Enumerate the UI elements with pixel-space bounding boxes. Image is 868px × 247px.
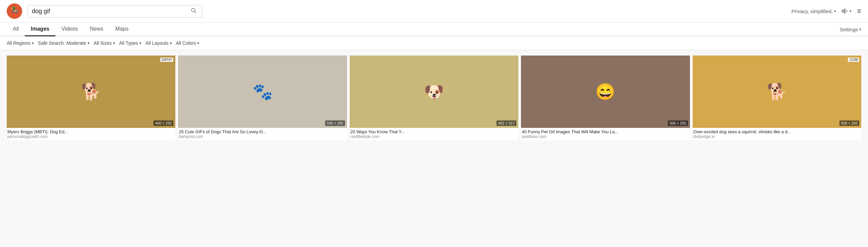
image-emoji: 🐶 <box>350 56 518 128</box>
filter-safe-search-label: Safe Search: Moderate <box>38 40 86 46</box>
svg-line-1 <box>194 11 196 13</box>
image-title: 40 Funny Pet Gif Images That Will Make Y… <box>521 129 690 134</box>
filter-colors-label: All Colors <box>176 40 196 46</box>
filter-sizes-chevron-icon: ▾ <box>113 41 115 46</box>
source-badge: .COM <box>848 58 859 62</box>
image-card-img4[interactable]: 😄 500 × 255 40 Funny Pet Gif Images That… <box>521 56 690 140</box>
hamburger-icon: ≡ <box>857 7 861 15</box>
image-domain: dailyedge.ie <box>693 134 861 139</box>
image-card-img2[interactable]: 🐾 500 × 280 25 Cute GIFs of Dogs That Ar… <box>178 56 347 140</box>
image-title: 25 Cute GIFs of Dogs That Are So Lovey-D… <box>178 129 347 134</box>
filter-regions-chevron-icon: ▾ <box>32 41 34 46</box>
image-thumb: 🐕 GIPHY 400 × 292 <box>7 56 175 128</box>
tab-all[interactable]: All <box>7 23 25 36</box>
tab-images[interactable]: Images <box>25 23 55 36</box>
image-domain: personalitygrowth.com <box>7 134 175 139</box>
image-card-img5[interactable]: 🐕 .COM 500 × 250 Over-excited dog sees a… <box>693 56 861 140</box>
tab-maps[interactable]: Maps <box>110 23 135 36</box>
tab-news[interactable]: News <box>84 23 110 36</box>
filter-safe-search[interactable]: Safe Search: Moderate ▾ <box>38 39 90 47</box>
tab-videos[interactable]: Videos <box>55 23 84 36</box>
image-dimensions: 500 × 250 <box>839 120 859 126</box>
image-grid: 🐕 GIPHY 400 × 292 Myers Briggs (MBTI): D… <box>0 50 868 143</box>
svg-marker-2 <box>842 9 845 13</box>
privacy-label: Privacy, simplified. <box>792 8 833 14</box>
image-thumb: 🐾 500 × 280 <box>178 56 347 128</box>
filter-types[interactable]: All Types ▾ <box>119 39 142 47</box>
filter-layouts-chevron-icon: ▾ <box>170 41 172 46</box>
image-title: Over-excited dog sees a squirrel, shriek… <box>693 129 861 134</box>
filter-sizes-label: All Sizes <box>94 40 112 46</box>
filter-layouts[interactable]: All Layouts ▾ <box>146 39 172 47</box>
image-card-img1[interactable]: 🐕 GIPHY 400 × 292 Myers Briggs (MBTI): D… <box>7 56 175 140</box>
image-title: 20 Ways You Know That Y... <box>350 129 518 134</box>
settings-label: Settings <box>840 27 858 32</box>
settings-button[interactable]: Settings ▾ <box>840 23 861 36</box>
filter-colors-chevron-icon: ▾ <box>197 41 199 46</box>
image-emoji: 🐕 <box>7 56 175 128</box>
menu-button[interactable]: ≡ <box>857 7 861 16</box>
settings-chevron-icon: ▾ <box>859 27 861 32</box>
flame-button[interactable]: ▾ <box>841 8 851 14</box>
image-dimensions: 400 × 292 <box>154 120 173 126</box>
nav-tabs: All Images Videos News Maps Settings ▾ <box>0 23 868 36</box>
flame-chevron-icon: ▾ <box>849 9 851 13</box>
image-emoji: 😄 <box>521 56 690 128</box>
duck-logo-icon: 🦆 <box>10 7 19 16</box>
speaker-icon <box>841 8 849 14</box>
filter-sizes[interactable]: All Sizes ▾ <box>94 39 115 47</box>
filter-colors[interactable]: All Colors ▾ <box>176 39 199 47</box>
filter-types-chevron-icon: ▾ <box>140 41 142 46</box>
nav-right: Settings ▾ <box>840 23 861 36</box>
image-thumb: 🐕 .COM 500 × 250 <box>693 56 861 128</box>
image-dimensions: 500 × 280 <box>325 120 345 126</box>
header-right: Privacy, simplified. ▾ ▾ ≡ <box>792 7 861 16</box>
filter-regions[interactable]: All Regions ▾ <box>7 39 34 47</box>
image-domain: rantlifestyle.com <box>350 134 518 139</box>
image-card-img3[interactable]: 🐶 402 × 317 20 Ways You Know That Y... r… <box>350 56 518 140</box>
svg-point-0 <box>191 8 195 12</box>
search-button[interactable] <box>189 7 198 15</box>
image-emoji: 🐾 <box>178 56 347 128</box>
search-icon <box>190 7 196 13</box>
filter-regions-label: All Regions <box>7 40 31 46</box>
filter-layouts-label: All Layouts <box>146 40 168 46</box>
search-input[interactable] <box>32 8 189 15</box>
image-thumb: 😄 500 × 255 <box>521 56 690 128</box>
search-bar <box>28 5 202 18</box>
filter-safe-search-chevron-icon: ▾ <box>88 41 90 46</box>
image-title: Myers Briggs (MBTI): Dog Ed... <box>7 129 175 134</box>
image-dimensions: 402 × 317 <box>496 120 516 126</box>
filter-types-label: All Types <box>119 40 138 46</box>
image-domain: askideas.com <box>521 134 690 139</box>
privacy-chevron-icon: ▾ <box>834 9 836 13</box>
image-dimensions: 500 × 255 <box>668 120 688 126</box>
privacy-button[interactable]: Privacy, simplified. ▾ <box>792 8 836 14</box>
image-thumb: 🐶 402 × 317 <box>350 56 518 128</box>
source-badge: GIPHY <box>160 58 173 62</box>
filter-bar: All Regions ▾ Safe Search: Moderate ▾ Al… <box>0 36 868 50</box>
header: 🦆 Privacy, simplified. ▾ ▾ ≡ <box>0 0 868 23</box>
image-domain: barkpost.com <box>178 134 347 139</box>
image-emoji: 🐕 <box>693 56 861 128</box>
logo[interactable]: 🦆 <box>7 3 22 19</box>
